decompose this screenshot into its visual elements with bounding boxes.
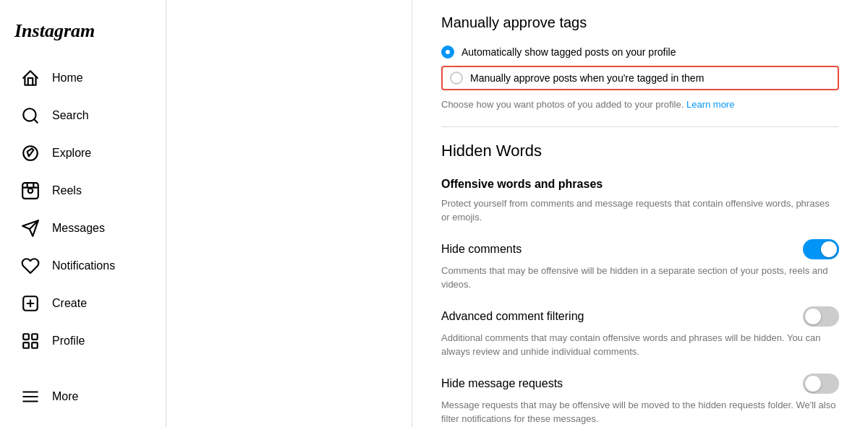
sidebar-item-reels[interactable]: Reels — [6, 172, 160, 210]
hide-comments-row: Hide comments — [441, 239, 839, 259]
notifications-icon — [20, 256, 41, 276]
radio-auto-circle — [441, 46, 454, 59]
sidebar-item-create[interactable]: Create — [6, 285, 160, 322]
sidebar-item-search[interactable]: Search — [6, 97, 160, 134]
manually-approve-tags-section: Manually approve tags Automatically show… — [441, 14, 839, 112]
search-icon — [20, 105, 41, 126]
sidebar-label-explore: Explore — [52, 147, 91, 160]
svg-marker-3 — [27, 149, 34, 157]
sidebar-label-notifications: Notifications — [52, 259, 115, 272]
tag-helper-text: Choose how you want photos of you added … — [441, 98, 839, 112]
sidebar-label-profile: Profile — [52, 335, 85, 348]
advanced-filtering-toggle[interactable] — [803, 306, 839, 327]
divider-1 — [441, 126, 839, 127]
radio-auto-option[interactable]: Automatically show tagged posts on your … — [441, 46, 839, 59]
hide-message-requests-row: Hide message requests — [441, 374, 839, 394]
svg-line-1 — [34, 119, 38, 123]
hide-comments-label: Hide comments — [441, 243, 522, 256]
sidebar-item-more[interactable]: More — [6, 378, 160, 415]
toggle-knob-2 — [805, 309, 821, 324]
profile-icon — [20, 331, 41, 351]
create-icon — [20, 293, 41, 314]
sidebar-label-more: More — [52, 390, 78, 403]
radio-manual-circle — [450, 72, 463, 85]
hide-comments-desc: Comments that may be offensive will be h… — [441, 264, 839, 292]
sidebar-label-reels: Reels — [52, 184, 82, 197]
radio-manual-label: Manually approve posts when you're tagge… — [470, 72, 704, 84]
more-icon — [20, 387, 41, 407]
sidebar-label-messages: Messages — [52, 222, 105, 235]
sidebar-label-home: Home — [52, 72, 83, 85]
radio-auto-label: Automatically show tagged posts on your … — [461, 46, 676, 58]
offensive-words-heading: Offensive words and phrases — [441, 178, 839, 191]
svg-point-5 — [28, 189, 33, 194]
toggle-knob-3 — [805, 376, 821, 392]
explore-icon — [20, 143, 41, 163]
hidden-words-title: Hidden Words — [441, 142, 839, 160]
hide-message-requests-label: Hide message requests — [441, 377, 563, 390]
tag-approval-radio-group: Automatically show tagged posts on your … — [441, 46, 839, 90]
sidebar-item-messages[interactable]: Messages — [6, 210, 160, 247]
main-content: Manually approve tags Automatically show… — [412, 0, 868, 427]
svg-rect-13 — [32, 334, 38, 340]
advanced-filtering-desc: Additional comments that may contain off… — [441, 331, 839, 359]
radio-manual-option[interactable]: Manually approve posts when you're tagge… — [441, 66, 839, 90]
middle-panel — [166, 0, 412, 427]
learn-more-link[interactable]: Learn more — [686, 99, 734, 110]
sidebar-label-search: Search — [52, 109, 89, 122]
svg-rect-14 — [23, 342, 29, 348]
advanced-filtering-row: Advanced comment filtering — [441, 306, 839, 327]
advanced-filtering-label: Advanced comment filtering — [441, 310, 584, 323]
toggle-knob — [821, 241, 837, 257]
messages-icon — [20, 218, 41, 238]
sidebar: Instagram Home Search Expl — [0, 0, 166, 427]
reels-icon — [20, 181, 41, 201]
home-icon — [20, 68, 41, 88]
sidebar-label-create: Create — [52, 297, 87, 310]
sidebar-item-profile[interactable]: Profile — [6, 322, 160, 360]
sidebar-item-notifications[interactable]: Notifications — [6, 247, 160, 285]
sidebar-item-home[interactable]: Home — [6, 59, 160, 97]
hide-comments-toggle[interactable] — [803, 239, 839, 259]
svg-rect-15 — [32, 342, 38, 348]
instagram-logo[interactable]: Instagram — [0, 12, 166, 59]
svg-rect-12 — [23, 334, 29, 340]
hide-message-requests-desc: Message requests that may be offensive w… — [441, 398, 839, 426]
svg-rect-4 — [22, 183, 38, 199]
sidebar-item-explore[interactable]: Explore — [6, 134, 160, 172]
offensive-words-desc: Protect yourself from comments and messa… — [441, 197, 839, 225]
hide-message-requests-toggle[interactable] — [803, 374, 839, 394]
hidden-words-section: Hidden Words Offensive words and phrases… — [441, 142, 839, 428]
manually-approve-tags-title: Manually approve tags — [441, 14, 839, 31]
